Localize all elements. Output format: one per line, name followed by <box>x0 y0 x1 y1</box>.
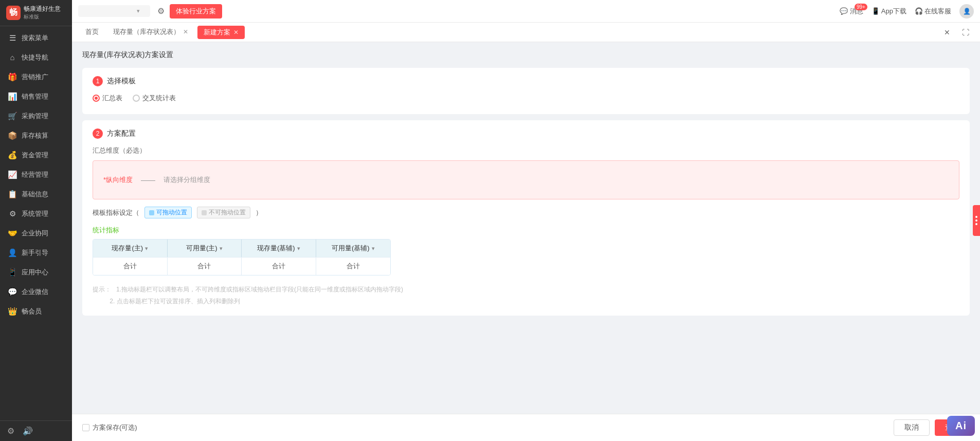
sidebar-nav: ☰ 搜索菜单 ⌂ 快捷导航 🎁 营销推广 📊 销售管理 🛒 采购管理 📦 库存核… <box>0 26 72 420</box>
tab-new-scheme[interactable]: 新建方案 ✕ <box>197 26 245 39</box>
non-draggable-dot <box>202 210 207 215</box>
logo-subtitle: 标准版 <box>24 13 61 21</box>
trial-btn[interactable]: 体验行业方案 <box>170 4 222 19</box>
stats-header: 现存量(主) ▾ 可用量(主) ▾ 现存量(基辅) ▾ 可用量(基辅) ▾ <box>93 240 390 257</box>
purchase-icon: 🛒 <box>7 112 17 121</box>
sidebar-item-operation[interactable]: 📈 经营管理 <box>0 165 72 185</box>
stats-cell-4: 合计 <box>316 257 391 275</box>
sidebar-item-search-menu[interactable]: ☰ 搜索菜单 <box>0 28 72 48</box>
sidebar-item-label: 采购管理 <box>22 112 48 121</box>
sidebar-item-app-center[interactable]: 📱 应用中心 <box>0 263 72 282</box>
sidebar-item-label: 基础信息 <box>22 190 48 199</box>
tips-title: 提示： 1.拖动标题栏可以调整布局，不可跨维度或指标区域拖动栏目字段(只能在同一… <box>93 284 959 296</box>
sidebar-item-system[interactable]: ⚙ 系统管理 <box>0 204 72 224</box>
sidebar-item-label: 应用中心 <box>22 268 48 277</box>
app-download-label: App下载 <box>881 7 906 16</box>
sidebar-item-label: 库存核算 <box>22 131 48 140</box>
sidebar-item-marketing[interactable]: 🎁 营销推广 <box>0 67 72 87</box>
save-option[interactable]: 方案保存(可选) <box>82 423 137 432</box>
tab-inventory-close-icon[interactable]: ✕ <box>183 28 188 35</box>
radio-cross[interactable]: 交叉统计表 <box>133 94 176 103</box>
finance-icon: 💰 <box>7 151 17 160</box>
message-button[interactable]: 💬 消息 99+ <box>840 7 863 16</box>
tab-inventory-label: 现存量（库存状况表） <box>113 27 180 36</box>
tab-new-scheme-close-icon[interactable]: ✕ <box>233 29 239 36</box>
step1-card: 1 选择模板 汇总表 交叉统计表 <box>82 68 970 114</box>
stats-col-1-label: 现存量(主) <box>112 244 143 253</box>
settings-icon[interactable]: ⚙ <box>7 426 14 436</box>
sidebar-item-quick-nav[interactable]: ⌂ 快捷导航 <box>0 48 72 67</box>
tab-inventory-status[interactable]: 现存量（库存状况表） ✕ <box>106 23 195 42</box>
operation-icon: 📈 <box>7 170 17 179</box>
draggable-dot <box>149 210 154 215</box>
sidebar-item-finance[interactable]: 💰 资金管理 <box>0 145 72 165</box>
stats-col-2[interactable]: 可用量(主) ▾ <box>168 240 242 257</box>
sidebar-item-label: 经营管理 <box>22 170 48 179</box>
search-menu-icon: ☰ <box>7 33 17 43</box>
sidebar-item-label: 新手引导 <box>22 248 48 258</box>
sidebar-item-label: 企业微信 <box>22 287 48 297</box>
sidebar-item-label: 营销推广 <box>22 72 48 82</box>
online-service-label: 在线客服 <box>924 7 951 16</box>
sidebar-item-basic-info[interactable]: 📋 基础信息 <box>0 185 72 204</box>
sidebar-logo: 畅 畅康通好生意 标准版 <box>0 0 72 26</box>
stats-col-3[interactable]: 现存量(基辅) ▾ <box>242 240 316 257</box>
step2-text: 方案配置 <box>107 129 136 138</box>
window-expand-btn[interactable]: ⛶ <box>957 24 974 41</box>
dim-required-label: *纵向维度 <box>103 175 133 185</box>
tips-area: 提示： 1.拖动标题栏可以调整布局，不可跨维度或指标区域拖动栏目字段(只能在同一… <box>93 284 959 307</box>
app-download-icon: 📱 <box>872 7 880 15</box>
right-resize-handle[interactable] <box>973 205 980 236</box>
dimension-area[interactable]: *纵向维度 —— 请选择分组维度 <box>93 160 959 199</box>
topbar: ▾ ⚙ 体验行业方案 💬 消息 99+ 📱 App下载 🎧 在线客服 👤 <box>72 0 980 23</box>
stats-col-1[interactable]: 现存量(主) ▾ <box>93 240 168 257</box>
sidebar: 畅 畅康通好生意 标准版 ☰ 搜索菜单 ⌂ 快捷导航 🎁 营销推广 📊 销售管理… <box>0 0 72 441</box>
template-radio-group: 汇总表 交叉统计表 <box>93 94 959 103</box>
main-area: ▾ ⚙ 体验行业方案 💬 消息 99+ 📱 App下载 🎧 在线客服 👤 <box>72 0 980 441</box>
online-service-link[interactable]: 🎧 在线客服 <box>915 7 951 16</box>
topbar-gear-icon[interactable]: ⚙ <box>157 6 165 16</box>
ai-badge[interactable]: Ai <box>947 416 975 436</box>
avatar[interactable]: 👤 <box>959 4 974 19</box>
stats-col-3-label: 现存量(基辅) <box>257 244 295 253</box>
stats-label: 统计指标 <box>93 226 959 235</box>
draggable-badge: 可拖动位置 <box>144 207 192 218</box>
tab-new-scheme-label: 新建方案 <box>204 28 230 37</box>
window-close-btn[interactable]: ✕ <box>939 24 955 41</box>
marketing-icon: 🎁 <box>7 72 17 82</box>
app-download-link[interactable]: 📱 App下载 <box>872 7 906 16</box>
sidebar-item-label: 企业协同 <box>22 229 48 238</box>
logo-icon: 畅 <box>6 6 21 20</box>
step2-label: 2 方案配置 <box>93 128 136 139</box>
sound-icon[interactable]: 🔊 <box>23 426 33 436</box>
save-option-label: 方案保存(可选) <box>93 423 137 432</box>
draggable-label: 可拖动位置 <box>156 208 187 217</box>
sidebar-item-newbie[interactable]: 👤 新手引导 <box>0 243 72 263</box>
sidebar-item-label: 快捷导航 <box>22 53 48 62</box>
logo-text-wrap: 畅康通好生意 标准版 <box>24 5 61 21</box>
save-checkbox[interactable] <box>82 424 89 431</box>
step1-num: 1 <box>93 76 103 86</box>
indicator-row: 模板指标设定（ 可拖动位置 不可拖动位置 ） <box>93 207 959 218</box>
sidebar-item-wechat[interactable]: 💬 企业微信 <box>0 282 72 302</box>
cancel-button[interactable]: 取消 <box>894 419 930 436</box>
col-1-chevron-icon: ▾ <box>145 245 148 252</box>
sidebar-item-inventory[interactable]: 📦 库存核算 <box>0 126 72 145</box>
content-area: 现存量(库存状况表)方案设置 1 选择模板 汇总表 交叉统计表 2 <box>72 42 980 414</box>
sidebar-item-sales[interactable]: 📊 销售管理 <box>0 87 72 106</box>
radio-summary[interactable]: 汇总表 <box>93 94 122 103</box>
topbar-search-input[interactable] <box>82 7 134 15</box>
tab-home[interactable]: 首页 <box>78 23 106 42</box>
radio-summary-label: 汇总表 <box>102 94 122 103</box>
bottom-bar: 方案保存(可选) 取消 查询 <box>72 414 980 441</box>
basic-info-icon: 📋 <box>7 190 17 199</box>
dim-placeholder: 请选择分组维度 <box>164 175 210 185</box>
stats-col-4[interactable]: 可用量(基辅) ▾ <box>316 240 391 257</box>
topbar-search-wrap: ▾ <box>78 5 150 17</box>
sidebar-item-label: 搜索菜单 <box>22 33 48 43</box>
sidebar-item-purchase[interactable]: 🛒 采购管理 <box>0 106 72 126</box>
sidebar-item-cooperation[interactable]: 🤝 企业协同 <box>0 224 72 243</box>
sidebar-item-member[interactable]: 👑 畅会员 <box>0 302 72 321</box>
handle-line-3 <box>975 223 977 225</box>
tips-item-2: 2. 点击标题栏下拉可设置排序、插入列和删除列 <box>93 296 959 307</box>
